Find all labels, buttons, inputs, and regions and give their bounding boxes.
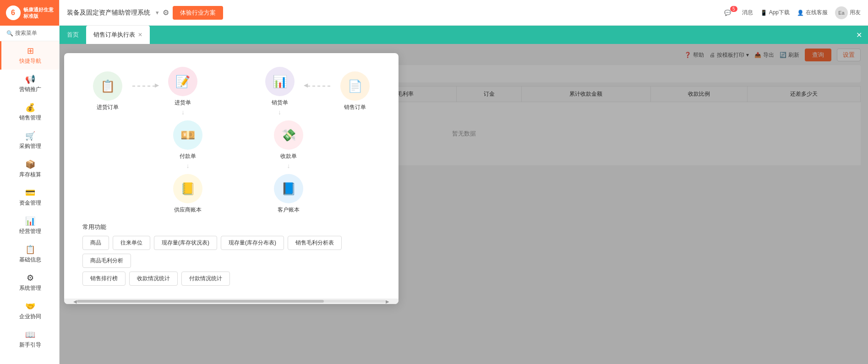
common-btn-7[interactable]: 收款情况统计 bbox=[129, 272, 178, 286]
marketing-label: 营销推广 bbox=[19, 86, 41, 93]
common-btn-3[interactable]: 现存量(库存分布表) bbox=[221, 236, 284, 250]
sidebar-item-finance[interactable]: 💳资金管理 bbox=[0, 183, 59, 212]
inventory-icon: 📦 bbox=[25, 159, 35, 169]
scroll-right-arrow[interactable]: ▶ bbox=[386, 299, 389, 304]
header-left: 装备及固定资产辅助管理系统 ▾ ⚙ 体验行业方案 bbox=[67, 6, 223, 20]
content-area: ❓ 帮助 🖨 按模板打印 ▾ 📤 导出 🔄 刷新 查询 设置 bbox=[60, 44, 868, 364]
common-btn-5[interactable]: 商品毛利分析 bbox=[82, 254, 131, 268]
scroll-left-arrow[interactable]: ◀ bbox=[73, 299, 77, 304]
sidebar-item-purchase[interactable]: 🛒采购管理 bbox=[0, 126, 59, 155]
payment-bill-circle: 💴 bbox=[173, 120, 202, 150]
quick-nav-label: 快捷导航 bbox=[19, 57, 41, 65]
user-label: 用友 bbox=[850, 9, 861, 16]
popup-overlay: 📋 进货订单 📝 bbox=[60, 44, 868, 364]
sidebar-item-collaboration[interactable]: 🤝企业协同 bbox=[0, 297, 59, 325]
search-menu[interactable]: 🔍 搜索菜单 bbox=[0, 26, 59, 41]
purchase-order-circle: 📋 bbox=[93, 71, 122, 101]
arrow-line-2 bbox=[307, 86, 330, 87]
customer-ledger-node: 📘 客户账本 bbox=[261, 174, 316, 214]
collaboration-icon: 🤝 bbox=[25, 301, 35, 311]
common-btn-6[interactable]: 销售排行榜 bbox=[82, 272, 126, 286]
payment-bill-node: 💴 付款单 bbox=[160, 120, 215, 160]
purchase-bill-node: 📝 进货单 bbox=[155, 67, 210, 107]
system-icon: ⚙ bbox=[27, 273, 34, 283]
sidebar-item-operations[interactable]: 📊经营管理 bbox=[0, 212, 59, 240]
settings-icon[interactable]: ⚙ bbox=[163, 8, 169, 17]
popup-panel: 📋 进货订单 📝 bbox=[64, 53, 399, 304]
sidebar-item-inventory[interactable]: 📦库存核算 bbox=[0, 155, 59, 183]
payment-bill-label: 付款单 bbox=[180, 152, 196, 160]
user-item[interactable]: Ea 用友 bbox=[835, 6, 861, 19]
sales-order-label: 销售订单 bbox=[344, 103, 366, 111]
scrollbar-track[interactable] bbox=[77, 300, 386, 303]
common-btn-4[interactable]: 销售毛利分析表 bbox=[288, 236, 342, 250]
message-label: 消息 bbox=[742, 9, 753, 16]
basic-info-label: 基础信息 bbox=[19, 256, 41, 264]
finance-icon: 💳 bbox=[25, 188, 35, 198]
tab-close-icon[interactable]: ✕ bbox=[138, 32, 142, 38]
receipt-bill-column: 💸 收款单 ↓ bbox=[261, 120, 316, 169]
payment-bill-icon: 💴 bbox=[180, 128, 195, 142]
sidebar-item-guide[interactable]: 📖新手引导 bbox=[0, 325, 59, 353]
purchase-bill-column: 📝 进货单 ↓ bbox=[155, 67, 210, 116]
tab-销售订单执行表[interactable]: 销售订单执行表✕ bbox=[86, 26, 150, 44]
tab-bar-close[interactable]: ✕ bbox=[850, 26, 868, 44]
collaboration-label: 企业协同 bbox=[19, 313, 41, 321]
payment-bill-column: 💴 付款单 ↓ bbox=[160, 120, 215, 169]
purchase-bill-label: 进货单 bbox=[175, 99, 191, 107]
purchase-bill-icon: 📝 bbox=[175, 75, 190, 89]
common-btn-1[interactable]: 往来单位 bbox=[113, 236, 150, 250]
purchase-bill-circle: 📝 bbox=[168, 67, 197, 96]
service-icon: 👤 bbox=[797, 10, 804, 16]
sales-bill-circle: 📊 bbox=[265, 67, 295, 96]
arrow-down-3: ↓ bbox=[186, 162, 190, 169]
logo-line1: 畅康通好生意 bbox=[23, 6, 54, 13]
message-item[interactable]: 💬 5 消息 bbox=[724, 9, 753, 16]
online-service-label: 在线客服 bbox=[806, 9, 828, 16]
common-btn-2[interactable]: 现存量(库存状况表) bbox=[154, 236, 217, 250]
sidebar-item-sales[interactable]: 💰销售管理 bbox=[0, 98, 59, 126]
experience-button[interactable]: 体验行业方案 bbox=[173, 6, 223, 20]
app-download-item[interactable]: 📱 App下载 bbox=[760, 9, 790, 16]
arrow-2 bbox=[307, 86, 330, 98]
customer-ledger-icon: 📘 bbox=[281, 182, 296, 196]
top-header: 装备及固定资产辅助管理系统 ▾ ⚙ 体验行业方案 💬 5 消息 📱 App下载 … bbox=[60, 0, 868, 26]
purchase-label: 采购管理 bbox=[19, 142, 41, 150]
system-label: 系统管理 bbox=[19, 284, 41, 292]
guide-label: 新手引导 bbox=[19, 341, 41, 349]
common-btn-8[interactable]: 付款情况统计 bbox=[181, 272, 230, 286]
operations-label: 经营管理 bbox=[19, 228, 41, 235]
sales-order-icon: 📄 bbox=[348, 79, 362, 93]
tab-首页[interactable]: 首页 bbox=[60, 26, 86, 44]
flow-section: 📋 进货订单 📝 bbox=[64, 53, 399, 223]
common-functions-title: 常用功能 bbox=[82, 223, 380, 231]
system-title: 装备及固定资产辅助管理系统 bbox=[67, 9, 150, 17]
scrollbar-thumb bbox=[77, 300, 324, 303]
dropdown-icon[interactable]: ▾ bbox=[156, 9, 159, 16]
common-btns-row1: 商品往来单位现存量(库存状况表)现存量(库存分布表)销售毛利分析表商品毛利分析 bbox=[82, 236, 380, 268]
sidebar-item-quick-nav[interactable]: ⊞快捷导航 bbox=[0, 41, 59, 70]
marketing-icon: 📢 bbox=[25, 74, 35, 84]
sidebar-item-marketing[interactable]: 📢营销推广 bbox=[0, 70, 59, 98]
sidebar-item-system[interactable]: ⚙系统管理 bbox=[0, 268, 59, 297]
sales-icon: 💰 bbox=[25, 103, 35, 113]
supplier-ledger-circle: 📒 bbox=[173, 174, 202, 203]
receipt-bill-node: 💸 收款单 bbox=[261, 120, 316, 160]
sales-bill-column: 📊 销货单 ↓ bbox=[252, 67, 307, 116]
purchase-order-label: 进货订单 bbox=[97, 103, 119, 111]
common-btn-0[interactable]: 商品 bbox=[82, 236, 109, 250]
flow-row-2: 💴 付款单 ↓ 💸 bbox=[82, 120, 380, 169]
logo-line2: 标准版 bbox=[23, 13, 54, 19]
inventory-label: 库存核算 bbox=[19, 171, 41, 179]
purchase-order-icon: 📋 bbox=[100, 79, 115, 93]
sales-order-node: 📄 销售订单 bbox=[330, 71, 380, 111]
receipt-bill-label: 收款单 bbox=[280, 152, 297, 160]
arrow-down-1: ↓ bbox=[181, 109, 185, 116]
guide-icon: 📖 bbox=[25, 330, 35, 340]
online-service-item[interactable]: 👤 在线客服 bbox=[797, 9, 828, 16]
basic-info-icon: 📋 bbox=[25, 244, 35, 255]
tab-label: 首页 bbox=[67, 31, 79, 39]
sidebar: 6 畅康通好生意 标准版 🔍 搜索菜单 ⊞快捷导航📢营销推广💰销售管理🛒采购管理… bbox=[0, 0, 60, 364]
sidebar-item-basic-info[interactable]: 📋基础信息 bbox=[0, 240, 59, 268]
quick-nav-icon: ⊞ bbox=[27, 46, 34, 56]
